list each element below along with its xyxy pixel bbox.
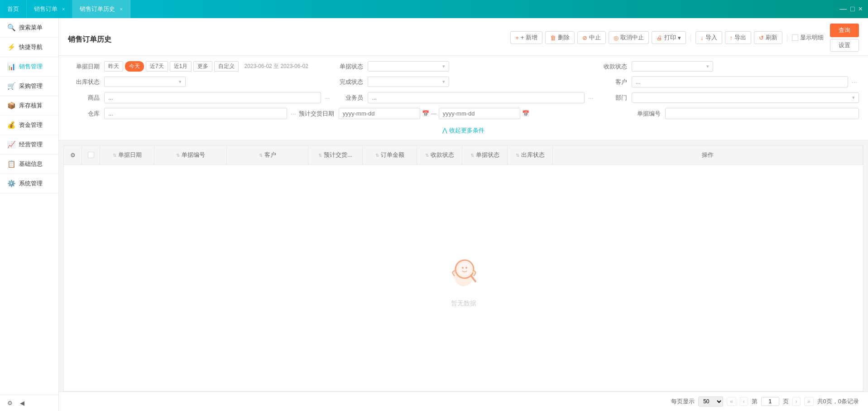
delete-icon: 🗑 (550, 34, 556, 41)
goods-ellipsis[interactable]: ··· (323, 94, 332, 102)
th-delivery: ⇅ 预计交货... (308, 145, 363, 164)
close-btn[interactable]: × (858, 5, 863, 13)
calendar-icon-to[interactable]: 📅 (522, 110, 529, 117)
sidebar-settings-icon[interactable]: ⚙ (7, 400, 13, 406)
goods-input[interactable] (104, 92, 321, 103)
stop-btn[interactable]: ⊘ 中止 (577, 31, 606, 44)
cancel-stop-btn[interactable]: ◎ 取消中止 (609, 31, 649, 44)
th-checkbox[interactable] (82, 145, 100, 164)
sort-icon-delivery[interactable]: ⇅ (318, 153, 322, 158)
sidebar-item-business[interactable]: 📈 经营管理 (0, 135, 58, 155)
empty-state: 暂无数据 (64, 165, 863, 391)
department-select[interactable]: ▾ (632, 92, 859, 103)
date-btn-yesterday[interactable]: 昨天 (104, 61, 123, 72)
sort-icon-date[interactable]: ⇅ (113, 153, 116, 158)
customer-ellipsis[interactable]: ··· (850, 78, 859, 86)
date-btn-custom[interactable]: 自定义 (214, 61, 239, 72)
toolbar-divider2 (787, 34, 787, 41)
order-status-arrow: ▾ (442, 63, 445, 69)
sidebar-item-quick-nav[interactable]: ⚡ 快捷导航 (0, 38, 58, 57)
delete-btn[interactable]: 🗑 删除 (545, 31, 575, 44)
minimize-btn[interactable]: — (839, 5, 847, 13)
prev-page-btn[interactable]: ‹ (740, 397, 748, 406)
out-status-content: ▾ (104, 77, 331, 87)
tab-sales-order[interactable]: 销售订单 × (27, 0, 72, 18)
sidebar-collapse-icon[interactable]: ◀ (20, 400, 24, 406)
top-bar: 首页 销售订单 × 销售订单历史 × — □ × (0, 0, 868, 18)
warehouse-ellipsis[interactable]: ··· (289, 110, 298, 117)
order-no-input[interactable] (665, 108, 859, 119)
sidebar-item-inventory[interactable]: 📦 库存核算 (0, 96, 58, 116)
complete-status-select[interactable]: ▾ (368, 77, 449, 87)
date-btn-1month[interactable]: 近1月 (170, 61, 192, 72)
sidebar-item-purchase-mgmt[interactable]: 🛒 采购管理 (0, 77, 58, 96)
refresh-btn[interactable]: ↺ 刷新 (754, 31, 782, 44)
sidebar-item-finance-label: 资金管理 (19, 121, 43, 129)
page-size-select[interactable]: 50 10 20 100 (698, 396, 723, 406)
export-icon: ↑ (730, 34, 733, 41)
sort-icon-amount[interactable]: ⇅ (375, 153, 379, 158)
customer-input[interactable] (632, 76, 849, 87)
date-btn-7days[interactable]: 近7天 (146, 61, 168, 72)
page-unit: 页 (783, 397, 789, 406)
warehouse-input[interactable] (104, 108, 287, 119)
th-amount-label: 订单金额 (381, 151, 404, 159)
receipt-status-select[interactable]: ▾ (632, 61, 713, 72)
stop-icon: ⊘ (582, 34, 587, 41)
sort-icon-out[interactable]: ⇅ (516, 153, 519, 158)
salesman-input[interactable] (368, 92, 585, 103)
maximize-btn[interactable]: □ (850, 5, 855, 13)
sidebar-item-system[interactable]: ⚙️ 系统管理 (0, 174, 58, 193)
select-all-checkbox[interactable] (88, 152, 94, 158)
settings-btn[interactable]: 设置 (830, 39, 859, 52)
import-btn[interactable]: ↓ 导入 (695, 31, 722, 44)
export-label: 导出 (734, 34, 746, 42)
th-settings[interactable]: ⚙ (64, 145, 82, 164)
delivery-date-label: 预计交货日期 (298, 110, 339, 118)
display-detail-checkbox[interactable]: 显示明细 (792, 34, 824, 42)
business-icon: 📈 (7, 140, 15, 149)
export-btn[interactable]: ↑ 导出 (725, 31, 752, 44)
sidebar-item-sales-mgmt[interactable]: 📊 销售管理 (0, 57, 58, 77)
delivery-date-from[interactable] (339, 108, 420, 119)
sort-icon-order-status[interactable]: ⇅ (470, 153, 474, 158)
current-page-input[interactable] (761, 397, 779, 406)
sort-icon-customer[interactable]: ⇅ (259, 153, 263, 158)
query-btn[interactable]: 查询 (830, 24, 859, 37)
tab-sales-history-close[interactable]: × (120, 6, 122, 12)
out-status-label: 出库状态 (68, 78, 104, 86)
order-status-select[interactable]: ▾ (368, 61, 449, 72)
tab-home-label: 首页 (7, 5, 19, 13)
th-delivery-label: 预计交货... (324, 151, 352, 159)
page-title: 销售订单历史 (68, 35, 111, 44)
sort-icon-receipt[interactable]: ⇅ (425, 153, 429, 158)
next-page-btn[interactable]: › (792, 397, 801, 406)
date-btn-more[interactable]: 更多 (193, 61, 212, 72)
tab-home[interactable]: 首页 (0, 0, 27, 18)
first-page-btn[interactable]: « (727, 397, 736, 406)
tab-sales-history[interactable]: 销售订单历史 × (72, 0, 130, 18)
receipt-status-content: ▾ (632, 61, 859, 72)
last-page-btn[interactable]: » (804, 397, 814, 406)
table-header: ⚙ ⇅ 单据日期 ⇅ 单据编号 ⇅ 客户 ⇅ (64, 145, 863, 165)
th-receipt-status: ⇅ 收款状态 (417, 145, 462, 164)
sidebar-item-finance[interactable]: 💰 资金管理 (0, 116, 58, 135)
sidebar-item-business-label: 经营管理 (19, 140, 43, 149)
tab-sales-order-close[interactable]: × (62, 6, 65, 12)
delivery-date-to[interactable] (439, 108, 520, 119)
salesman-ellipsis[interactable]: ··· (586, 94, 595, 102)
out-status-select[interactable]: ▾ (104, 77, 186, 87)
complete-status-arrow: ▾ (442, 79, 445, 85)
sidebar-item-search-menu[interactable]: 🔍 搜索菜单 (0, 18, 58, 38)
print-icon: 🖨 (657, 34, 662, 41)
new-btn[interactable]: + + 新增 (510, 31, 542, 44)
order-no-label: 单据编号 (629, 110, 665, 118)
print-btn[interactable]: 🖨 打印 ▾ (652, 31, 686, 44)
collapse-bar[interactable]: ⋀ 收起更多条件 (68, 124, 859, 135)
sidebar-item-basic-info[interactable]: 📋 基础信息 (0, 155, 58, 174)
sales-mgmt-icon: 📊 (7, 63, 15, 71)
sort-icon-order[interactable]: ⇅ (176, 153, 180, 158)
cancel-stop-icon: ◎ (614, 34, 619, 41)
date-btn-today[interactable]: 今天 (125, 61, 144, 72)
calendar-icon-from[interactable]: 📅 (422, 110, 429, 117)
